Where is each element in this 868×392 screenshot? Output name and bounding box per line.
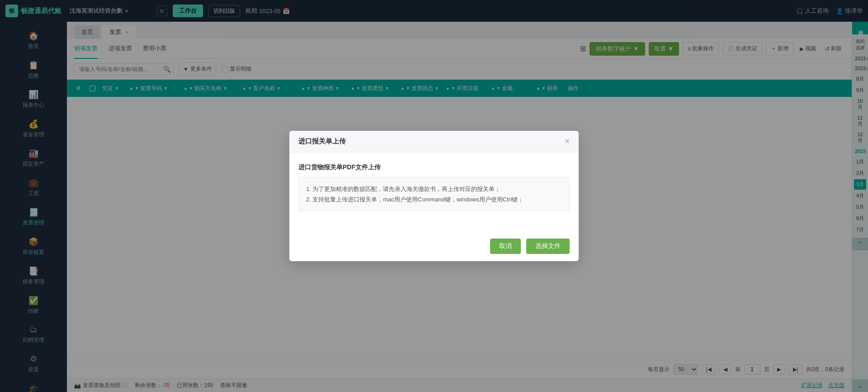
modal-select-file-button[interactable]: 选择文件 <box>526 239 570 254</box>
modal-title: 进口报关单上传 <box>298 137 346 146</box>
modal-body: 进口货物报关单PDF文件上传 1. 为了更加精准的数据匹配，请先录入海关缴款书，… <box>289 153 579 232</box>
modal-header: 进口报关单上传 × <box>289 131 579 153</box>
modal-cancel-button[interactable]: 取消 <box>490 239 521 254</box>
modal-info-box: 1. 为了更加精准的数据匹配，请先录入海关缴款书，再上传对应的报关单； 2. 支… <box>298 177 570 212</box>
import-modal: 进口报关单上传 × 进口货物报关单PDF文件上传 1. 为了更加精准的数据匹配，… <box>289 131 579 262</box>
modal-close-button[interactable]: × <box>565 137 570 145</box>
modal-section-title: 进口货物报关单PDF文件上传 <box>298 163 570 172</box>
modal-overlay: 进口报关单上传 × 进口货物报关单PDF文件上传 1. 为了更加精准的数据匹配，… <box>0 0 868 392</box>
modal-footer: 取消 选择文件 <box>289 231 579 261</box>
modal-instruction-2: 2. 支持批量上传进口报关单，mac用户使用Command键，windows用户… <box>306 194 562 205</box>
modal-instruction-1: 1. 为了更加精准的数据匹配，请先录入海关缴款书，再上传对应的报关单； <box>306 184 562 194</box>
